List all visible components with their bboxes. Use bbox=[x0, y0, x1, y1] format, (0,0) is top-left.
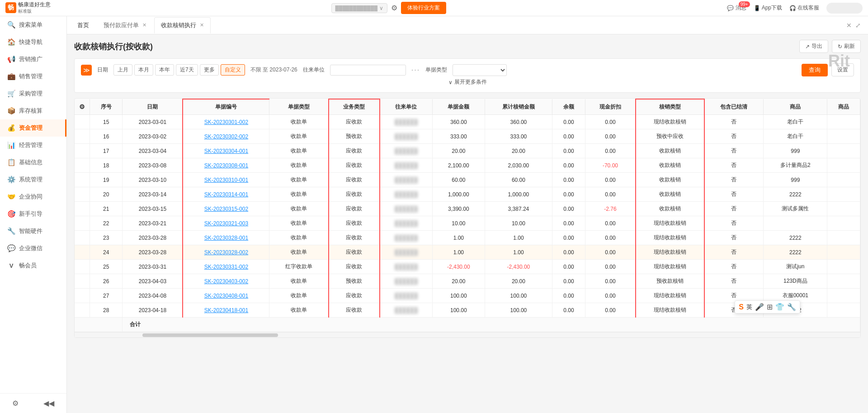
date-btn-this-year[interactable]: 本年 bbox=[155, 64, 174, 76]
settings-icon[interactable]: ⚙ bbox=[391, 4, 397, 12]
sidebar-item-guide[interactable]: 🎯 新手引导 bbox=[0, 205, 66, 223]
tab-prepay-close-icon[interactable]: ✕ bbox=[142, 22, 146, 28]
td-goods2-6 bbox=[827, 202, 860, 216]
td-biz-type-8: 应收款 bbox=[329, 231, 380, 245]
doc-no-link-8[interactable]: SK-20230328-001 bbox=[204, 235, 248, 241]
td-cancel-type-2: 收款核销 bbox=[636, 144, 704, 158]
td-date-2: 2023-03-04 bbox=[123, 144, 183, 158]
scroll-bar-area[interactable] bbox=[75, 332, 860, 337]
td-balance-4: 0.00 bbox=[552, 173, 585, 187]
td-doc-no-2: SK-20230304-001 bbox=[183, 144, 269, 158]
td-include-settled-8: 否 bbox=[704, 231, 764, 245]
table-row: 20 2023-03-14 SK-20230314-001 收款单 应收款 ██… bbox=[75, 187, 860, 202]
td-doc-amount-7: 10.00 bbox=[433, 216, 485, 231]
sidebar-item-wechat[interactable]: 💬 企业微信 bbox=[0, 240, 66, 257]
sidebar-item-shortcut[interactable]: 🏠 快捷导航 bbox=[0, 33, 66, 51]
td-goods-9: 2222 bbox=[764, 245, 827, 260]
date-btn-more[interactable]: 更多 bbox=[200, 64, 219, 76]
table-header-row: ⚙ 序号 日期 单据编号 单据类型 业务类型 往来单位 单据金额 累计核销金额 … bbox=[75, 99, 860, 115]
sidebar-item-capital[interactable]: 💰 资金管理 bbox=[0, 119, 66, 137]
scroll-thumb[interactable] bbox=[142, 333, 278, 337]
td-cum-amount-2: 20.00 bbox=[485, 144, 552, 158]
td-balance-2: 0.00 bbox=[552, 144, 585, 158]
sidebar-item-operation[interactable]: 📊 经营管理 bbox=[0, 137, 66, 154]
td-date-8: 2023-03-28 bbox=[123, 231, 183, 245]
td-no-0: 15 bbox=[90, 115, 123, 129]
th-settings[interactable]: ⚙ bbox=[75, 99, 90, 115]
td-doc-type-9: 收款单 bbox=[269, 245, 329, 260]
date-btn-this-month[interactable]: 本月 bbox=[134, 64, 153, 76]
message-button[interactable]: 💬 消息 99+ bbox=[727, 4, 746, 12]
td-no-6: 21 bbox=[90, 202, 123, 216]
top-bar-left: 畅 畅康道好生意 标准版 bbox=[5, 1, 51, 14]
app-download-button[interactable]: 📱 App下载 bbox=[754, 4, 782, 12]
sidebar-item-member[interactable]: V 畅会员 bbox=[0, 257, 66, 274]
tab-expand-icon[interactable]: ⤢ bbox=[855, 22, 861, 29]
tab-cancel[interactable]: 收款核销执行 ✕ bbox=[154, 17, 211, 33]
filter-toggle-button[interactable]: ≫ bbox=[81, 65, 92, 76]
query-button[interactable]: 查询 bbox=[802, 64, 828, 76]
doc-type-select[interactable] bbox=[453, 64, 507, 76]
wechat-icon: 💬 bbox=[7, 244, 15, 252]
settings-bottom-icon[interactable]: ⚙ bbox=[9, 397, 22, 409]
partner-input[interactable] bbox=[330, 65, 406, 76]
td-goods2-1 bbox=[827, 129, 860, 144]
doc-no-link-10[interactable]: SK-20230331-002 bbox=[204, 264, 248, 270]
sidebar-item-purchase[interactable]: 🛒 采购管理 bbox=[0, 85, 66, 102]
td-cancel-type-6: 收款核销 bbox=[636, 202, 704, 216]
sidebar-label-wechat: 企业微信 bbox=[19, 244, 42, 252]
doc-no-link-9[interactable]: SK-20230328-002 bbox=[204, 249, 248, 256]
td-goods-4: 999 bbox=[764, 173, 827, 187]
industry-button[interactable]: 体验行业方案 bbox=[401, 2, 446, 14]
doc-no-link-0[interactable]: SK-20230301-002 bbox=[204, 119, 248, 125]
doc-no-link-6[interactable]: SK-20230315-002 bbox=[204, 206, 248, 212]
date-btn-custom[interactable]: 自定义 bbox=[221, 64, 245, 76]
sidebar-item-system[interactable]: ⚙️ 系统管理 bbox=[0, 171, 66, 188]
td-include-settled-12: 否 bbox=[704, 289, 764, 303]
doc-no-link-3[interactable]: SK-20230308-001 bbox=[204, 162, 248, 169]
expand-more-button[interactable]: ∨ 展开更多条件 bbox=[81, 76, 854, 88]
more-filter-dots[interactable]: ··· bbox=[411, 66, 420, 74]
sidebar-bottom: ⚙ ◀◀ bbox=[0, 393, 66, 413]
app-download-icon: 📱 bbox=[754, 5, 760, 11]
doc-no-link-11[interactable]: SK-20230403-002 bbox=[204, 278, 248, 285]
sum-total: 合计 bbox=[123, 318, 860, 332]
tab-close-icon[interactable]: ✕ bbox=[846, 22, 852, 29]
sidebar-item-basic[interactable]: 📋 基础信息 bbox=[0, 154, 66, 171]
tab-cancel-close-icon[interactable]: ✕ bbox=[200, 22, 204, 28]
export-button[interactable]: ↗ 导出 bbox=[799, 40, 828, 53]
date-btn-7days[interactable]: 近7天 bbox=[176, 64, 198, 76]
sidebar-item-inventory[interactable]: 📦 库存核算 bbox=[0, 102, 66, 119]
refresh-button[interactable]: ↻ 刷新 bbox=[832, 40, 861, 53]
doc-type-filter-label: 单据类型 bbox=[425, 66, 447, 74]
sidebar-item-sales[interactable]: 💼 销售管理 bbox=[0, 68, 66, 85]
collapse-icon[interactable]: ◀◀ bbox=[40, 397, 58, 409]
th-goods: 商品 bbox=[764, 99, 827, 115]
td-include-settled-9: 否 bbox=[704, 245, 764, 260]
doc-no-link-5[interactable]: SK-20230314-001 bbox=[204, 191, 248, 198]
tab-home[interactable]: 首页 bbox=[71, 17, 96, 33]
filter-settings-button[interactable]: 设置 bbox=[831, 63, 854, 76]
td-goods2-4 bbox=[827, 173, 860, 187]
doc-no-link-2[interactable]: SK-20230304-001 bbox=[204, 148, 248, 154]
td-doc-no-11: SK-20230403-002 bbox=[183, 274, 269, 289]
doc-no-link-4[interactable]: SK-20230310-001 bbox=[204, 177, 248, 183]
doc-no-link-7[interactable]: SK-20230321-003 bbox=[204, 220, 248, 227]
td-date-12: 2023-04-08 bbox=[123, 289, 183, 303]
tab-prepay[interactable]: 预付款应付单 ✕ bbox=[97, 17, 153, 33]
date-btn-last-month[interactable]: 上月 bbox=[113, 64, 132, 76]
td-goods2-9 bbox=[827, 245, 860, 260]
td-doc-amount-5: 1,000.00 bbox=[433, 187, 485, 202]
td-biz-type-3: 应收款 bbox=[329, 158, 380, 173]
online-service-button[interactable]: 🎧 在线客服 bbox=[789, 4, 819, 12]
doc-no-link-1[interactable]: SK-20230302-002 bbox=[204, 133, 248, 140]
doc-no-link-13[interactable]: SK-20230418-001 bbox=[204, 307, 248, 313]
sidebar-item-enterprise[interactable]: 🤝 企业协同 bbox=[0, 188, 66, 205]
sidebar-item-hardware[interactable]: 🔧 智能硬件 bbox=[0, 223, 66, 240]
sidebar-label-capital: 资金管理 bbox=[19, 124, 42, 132]
gear-icon: ⚙️ bbox=[7, 176, 15, 184]
workspace-selector[interactable]: ████████████ ∨ bbox=[331, 3, 388, 13]
sidebar-item-marketing[interactable]: 📢 营销推广 bbox=[0, 51, 66, 68]
sidebar-item-search[interactable]: 🔍 搜索菜单 bbox=[0, 16, 66, 33]
doc-no-link-12[interactable]: SK-20230408-001 bbox=[204, 293, 248, 299]
